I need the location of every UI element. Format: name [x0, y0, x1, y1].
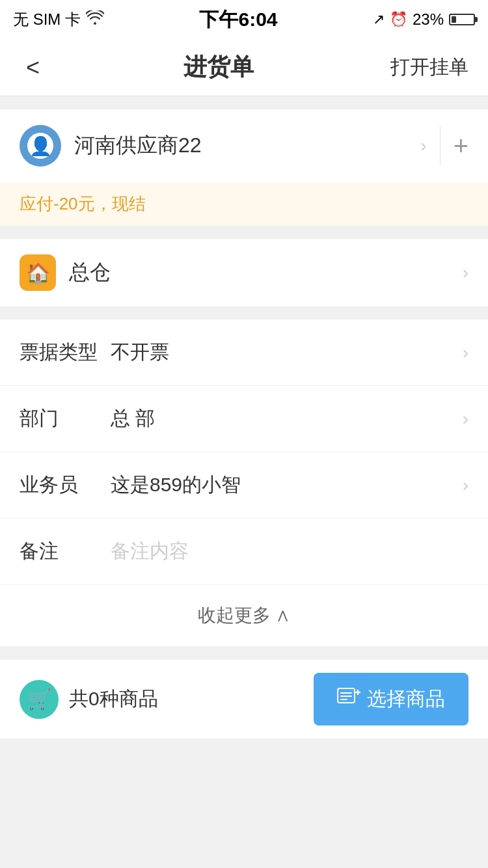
battery-icon: [449, 14, 475, 25]
product-icon: 🛒: [27, 688, 51, 711]
nav-bar: < 进货单 打开挂单: [0, 39, 488, 96]
warehouse-icon: 🏠: [26, 262, 50, 284]
product-count-wrap: 🛒 共0种商品: [20, 680, 158, 719]
section-gap-1: [0, 226, 488, 239]
supplier-avatar: 👤: [20, 125, 61, 167]
bottom-bar: 🛒 共0种商品 选择商品: [0, 659, 488, 739]
dept-value: 总 部: [111, 405, 463, 432]
select-product-button[interactable]: 选择商品: [314, 673, 468, 726]
page-fill: [0, 739, 488, 868]
supplier-divider: [440, 126, 441, 165]
dept-chevron-icon: ›: [463, 409, 468, 429]
status-left: 无 SIM 卡: [13, 9, 104, 30]
status-right: ↗ ⏰ 23%: [373, 10, 475, 29]
back-button[interactable]: <: [20, 47, 46, 88]
dept-label: 部门: [20, 405, 111, 432]
supplier-row[interactable]: 👤 河南供应商22 › +: [0, 109, 488, 182]
product-count-text: 共0种商品: [69, 686, 158, 712]
carrier-label: 无 SIM 卡: [13, 9, 81, 30]
remark-row[interactable]: 备注 备注内容: [0, 519, 488, 584]
supplier-section: 👤 河南供应商22 › + 应付-20元，现结: [0, 109, 488, 226]
warehouse-icon-wrap: 🏠: [20, 254, 56, 291]
notice-text: 应付-20元，现结: [20, 194, 146, 213]
warehouse-name: 总仓: [69, 258, 463, 287]
notice-bar: 应付-20元，现结: [0, 182, 488, 226]
warehouse-chevron-icon: ›: [463, 262, 468, 283]
add-supplier-button[interactable]: +: [454, 131, 468, 161]
supplier-name: 河南供应商22: [74, 131, 420, 160]
invoice-label: 票据类型: [20, 339, 111, 366]
supplier-chevron-icon: ›: [420, 135, 426, 156]
form-section: 票据类型 不开票 › 部门 总 部 › 业务员 这是859的小智 › 备注 备注…: [0, 319, 488, 584]
staff-row[interactable]: 业务员 这是859的小智 ›: [0, 452, 488, 519]
top-divider: [0, 96, 488, 109]
open-pending-button[interactable]: 打开挂单: [390, 54, 468, 81]
battery-percent: 23%: [413, 10, 444, 29]
remark-input[interactable]: 备注内容: [111, 538, 468, 565]
invoice-chevron-icon: ›: [463, 342, 468, 363]
wifi-icon: [86, 10, 104, 29]
page-title: 进货单: [183, 51, 254, 83]
remark-label: 备注: [20, 538, 111, 565]
select-product-icon: [337, 688, 360, 711]
dept-row[interactable]: 部门 总 部 ›: [0, 386, 488, 452]
invoice-row[interactable]: 票据类型 不开票 ›: [0, 319, 488, 386]
staff-value: 这是859的小智: [111, 472, 463, 498]
person-icon: 👤: [29, 135, 52, 157]
invoice-value: 不开票: [111, 339, 463, 366]
staff-chevron-icon: ›: [463, 475, 468, 496]
product-icon-wrap: 🛒: [20, 680, 59, 719]
staff-label: 业务员: [20, 472, 111, 498]
collapse-button[interactable]: 收起更多 ∧: [0, 585, 488, 646]
status-bar: 无 SIM 卡 下午6:04 ↗ ⏰ 23%: [0, 0, 488, 39]
location-icon: ↗: [373, 11, 385, 28]
warehouse-row[interactable]: 🏠 总仓 ›: [0, 239, 488, 306]
collapse-label: 收起更多 ∧: [198, 603, 291, 628]
collapse-section: 收起更多 ∧: [0, 584, 488, 646]
section-gap-2: [0, 646, 488, 659]
clock: 下午6:04: [199, 7, 277, 33]
select-product-label: 选择商品: [367, 686, 445, 712]
alarm-icon: ⏰: [390, 11, 407, 28]
